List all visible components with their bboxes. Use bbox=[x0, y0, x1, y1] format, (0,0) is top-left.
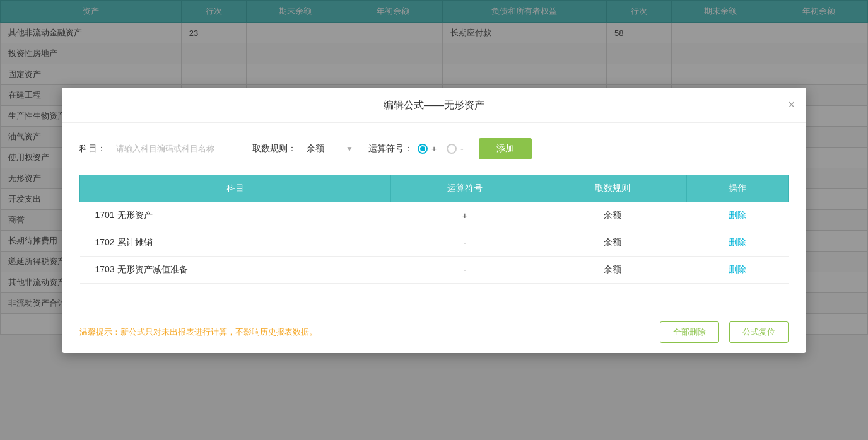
th-rule: 取数规则 bbox=[539, 175, 687, 202]
formula-subject: 1702 累计摊销 bbox=[80, 229, 391, 256]
modal-footer: 温馨提示：新公式只对未出报表进行计算，不影响历史报表数据。 全部删除 公式复位 bbox=[62, 311, 806, 353]
modal-title: 编辑公式——无形资产 bbox=[384, 100, 484, 110]
formula-operator: + bbox=[391, 202, 539, 229]
add-button[interactable]: 添加 bbox=[479, 138, 532, 159]
operator-plus-label: + bbox=[431, 144, 437, 154]
formula-rule: 余额 bbox=[539, 202, 687, 229]
formula-action[interactable]: 删除 bbox=[687, 229, 789, 256]
rule-label: 取数规则： bbox=[252, 143, 296, 154]
formula-subject: 1703 无形资产减值准备 bbox=[80, 256, 391, 283]
subject-label: 科目： bbox=[79, 143, 106, 154]
radio-minus-indicator bbox=[447, 144, 457, 154]
reset-formula-button[interactable]: 公式复位 bbox=[729, 321, 789, 343]
form-row: 科目： 取数规则： 余额 借方 贷方 借方累计 贷方累计 ▼ bbox=[79, 138, 789, 159]
th-subject: 科目 bbox=[80, 175, 391, 202]
formula-rule: 余额 bbox=[539, 229, 687, 256]
footer-tip: 温馨提示：新公式只对未出报表进行计算，不影响历史报表数据。 bbox=[79, 327, 317, 338]
footer-buttons: 全部删除 公式复位 bbox=[660, 321, 789, 343]
rule-select-wrapper: 余额 借方 贷方 借方累计 贷方累计 ▼ bbox=[302, 141, 353, 156]
formula-row: 1703 无形资产减值准备-余额删除 bbox=[80, 256, 789, 283]
operator-radio-group: + - bbox=[418, 144, 464, 154]
modal-dialog: 编辑公式——无形资产 × 科目： 取数规则： 余额 借方 bbox=[62, 88, 806, 353]
rule-select[interactable]: 余额 借方 贷方 借方累计 贷方累计 bbox=[302, 141, 355, 156]
delete-row-link[interactable]: 删除 bbox=[729, 210, 746, 220]
operator-minus-radio[interactable]: - bbox=[447, 144, 464, 154]
operator-plus-radio[interactable]: + bbox=[418, 144, 437, 154]
delete-row-link[interactable]: 删除 bbox=[729, 237, 746, 247]
modal-close-button[interactable]: × bbox=[788, 99, 795, 110]
modal-body: 科目： 取数规则： 余额 借方 贷方 借方累计 贷方累计 ▼ bbox=[62, 123, 806, 311]
subject-input[interactable] bbox=[111, 141, 237, 156]
th-action: 操作 bbox=[687, 175, 789, 202]
formula-action[interactable]: 删除 bbox=[687, 256, 789, 283]
th-operator: 运算符号 bbox=[391, 175, 539, 202]
modal-overlay: 编辑公式——无形资产 × 科目： 取数规则： 余额 借方 bbox=[0, 0, 868, 440]
rule-group: 取数规则： 余额 借方 贷方 借方累计 贷方累计 ▼ bbox=[252, 141, 353, 156]
formula-rule: 余额 bbox=[539, 256, 687, 283]
formula-action[interactable]: 删除 bbox=[687, 202, 789, 229]
table-header-row: 科目 运算符号 取数规则 操作 bbox=[80, 175, 789, 202]
formula-operator: - bbox=[391, 256, 539, 283]
operator-label: 运算符号： bbox=[368, 143, 413, 154]
formula-subject: 1701 无形资产 bbox=[80, 202, 391, 229]
formula-row: 1701 无形资产+余额删除 bbox=[80, 202, 789, 229]
delete-all-button[interactable]: 全部删除 bbox=[660, 321, 719, 343]
delete-row-link[interactable]: 删除 bbox=[729, 264, 746, 274]
formula-operator: - bbox=[391, 229, 539, 256]
operator-group: 运算符号： + - bbox=[368, 143, 464, 154]
subject-group: 科目： bbox=[79, 141, 237, 156]
operator-minus-label: - bbox=[460, 144, 464, 154]
formula-row: 1702 累计摊销-余额删除 bbox=[80, 229, 789, 256]
formula-table: 科目 运算符号 取数规则 操作 1701 无形资产+余额删除1702 累计摊销-… bbox=[79, 175, 789, 284]
radio-plus-indicator bbox=[418, 144, 428, 154]
modal-header: 编辑公式——无形资产 × bbox=[62, 88, 806, 123]
